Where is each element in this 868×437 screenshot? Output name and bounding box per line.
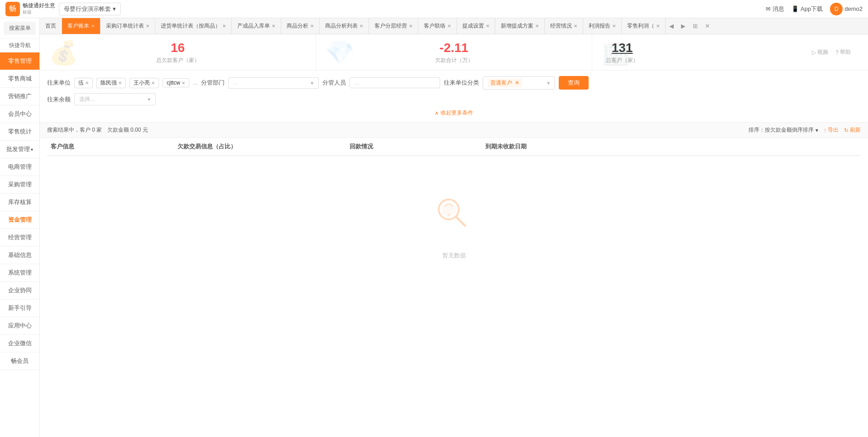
sidebar-item-enterprise[interactable]: 企业协同	[0, 282, 39, 299]
tab-close-goods-analysis-list[interactable]: ✕	[360, 24, 363, 28]
sidebar-item-new-guide[interactable]: 新手引导	[0, 299, 39, 317]
sidebar-item-wecom[interactable]: 企业微信	[0, 335, 39, 352]
tab-close-new-promotion-plan[interactable]: ✕	[535, 24, 539, 28]
table-header-overdue-info: 欠款交易信息（占比）	[174, 142, 346, 151]
sidebar-item-marketing[interactable]: 营销推广	[0, 88, 39, 105]
tab-ops-situation[interactable]: 经营情况 ✕	[545, 18, 583, 34]
tab-goods-analysis[interactable]: 商品分析 ✕	[281, 18, 320, 34]
query-btn[interactable]: 查询	[559, 76, 589, 90]
chevron-icon: ▾	[31, 147, 33, 152]
unit-class-clear[interactable]: ✕	[515, 80, 519, 86]
tab-goods-analysis-list[interactable]: 商品分析列表 ✕	[320, 18, 369, 34]
sidebar-item-inventory[interactable]: 库存核算	[0, 194, 39, 211]
filter-tag-chen: 陈民强 ✕	[96, 78, 126, 88]
tab-close-product-inbound[interactable]: ✕	[272, 24, 275, 28]
sidebar-item-ecommerce[interactable]: 电商管理	[0, 158, 39, 176]
stat-block-overdue-customers: 💰 16 总欠款客户（家）	[40, 34, 316, 70]
tab-expand-btn[interactable]: ⊞	[689, 18, 701, 34]
overdue-customers-label: 总欠款客户（家）	[156, 57, 200, 64]
sidebar-item-app-center[interactable]: 应用中心	[0, 317, 39, 335]
sort-select[interactable]: 排序：按欠款金额倒序排序 ▾	[748, 126, 818, 134]
tab-profit-report[interactable]: 利润报告 ✕	[583, 18, 622, 34]
tab-close-customer-segment[interactable]: ✕	[409, 24, 412, 28]
tab-close-customer-book[interactable]: ✕	[91, 24, 95, 28]
sidebar-item-retail-mall[interactable]: 零售商城	[0, 70, 39, 88]
tab-purchase-order-stats[interactable]: 采购订单统计表 ✕	[101, 18, 155, 34]
filter-tag-wu-close[interactable]: ✕	[85, 81, 89, 86]
filter-tag-wu: 伍 ✕	[74, 78, 93, 88]
empty-state-icon	[432, 192, 477, 246]
tab-home[interactable]: 首页	[40, 18, 62, 34]
sidebar-item-ops-mgmt[interactable]: 经营管理	[0, 229, 39, 247]
tab-retail-profit[interactable]: 零售利润（ ✕	[622, 18, 666, 34]
help-icon: ?	[835, 49, 839, 56]
tab-close-all-btn[interactable]: ✕	[701, 18, 714, 34]
message-btn[interactable]: ✉ 消息	[766, 5, 784, 13]
top-bar-right: ✉ 消息 📱 App下载 D demo2	[766, 3, 863, 15]
table-header: 客户信息 欠款交易信息（占比） 回款情况 到期未收款日期	[47, 138, 861, 156]
dept-filter-label: 分管部门	[201, 79, 225, 87]
sidebar-item-vip-member[interactable]: 畅会员	[0, 352, 39, 370]
export-btn[interactable]: ↑ 导出	[824, 126, 839, 134]
app-download-btn[interactable]: 📱 App下载	[791, 5, 823, 13]
tab-inbound-stats[interactable]: 进货单统计表（按商品） ✕	[155, 18, 232, 34]
stat-icon-3: 🏢	[601, 38, 631, 66]
sidebar-item-system-mgmt[interactable]: 系统管理	[0, 264, 39, 282]
tab-customer-book[interactable]: 客户账本 ✕	[62, 18, 101, 34]
sidebar-item-member-center[interactable]: 会员中心	[0, 105, 39, 123]
stat-content-1: 16 总欠款客户（家）	[156, 40, 200, 64]
filter-tag-wang: 王小亮 ✕	[129, 78, 159, 88]
person-select[interactable]: ...	[350, 77, 440, 88]
stats-banner: 💰 16 总欠款客户（家） 💎 -2.11 欠款合计（万） 🏢	[40, 34, 868, 71]
tab-close-retail-profit[interactable]: ✕	[656, 24, 660, 28]
tab-close-ops-situation[interactable]: ✕	[574, 24, 577, 28]
tab-prev-btn[interactable]: ◀	[666, 18, 677, 34]
org-selector[interactable]: 母婴行业演示帐套 ▾	[59, 3, 121, 15]
tab-customer-segment[interactable]: 客户分层经营 ✕	[369, 18, 418, 34]
filter-tag-wang-close[interactable]: ✕	[151, 81, 155, 86]
sidebar-item-batch-mgmt[interactable]: 批发管理 ▾	[0, 141, 39, 158]
refresh-btn[interactable]: ↻ 刷新	[844, 126, 861, 134]
stat-block-overdue-amount: 💎 -2.11 欠款合计（万）	[316, 34, 592, 70]
filter-row-2: 往来余额 选择... ▾	[47, 93, 861, 105]
filter-more-units[interactable]: ...	[193, 80, 197, 86]
tab-close-inbound-stats[interactable]: ✕	[222, 24, 226, 28]
video-icon: ▷	[812, 49, 816, 56]
top-bar: 畅 畅捷通好生意 标版 母婴行业演示帐套 ▾ ✉ 消息 📱 App下载 D de…	[0, 0, 868, 18]
tab-next-btn[interactable]: ▶	[677, 18, 689, 34]
tab-new-promotion-plan[interactable]: 新增提成方案 ✕	[495, 18, 545, 34]
message-icon: ✉	[766, 5, 771, 12]
collapse-filter-btn[interactable]: ∧ 收起更多条件	[47, 109, 861, 117]
tab-customer-contact[interactable]: 客户联络 ✕	[418, 18, 457, 34]
tab-close-profit-report[interactable]: ✕	[612, 24, 616, 28]
search-menu-btn[interactable]: 搜索菜单	[4, 22, 36, 35]
dept-select[interactable]: ... ▾	[228, 77, 319, 89]
tab-close-promotion-settings[interactable]: ✕	[486, 24, 489, 28]
tab-promotion-settings[interactable]: 提成设置 ✕	[457, 18, 495, 34]
filter-tag-cjttcw-close[interactable]: ✕	[182, 81, 185, 86]
stat-icon-2: 💎	[325, 38, 355, 66]
tab-close-goods-analysis[interactable]: ✕	[310, 24, 314, 28]
unit-class-selected-tag: 普通客户 ✕	[488, 79, 522, 87]
export-icon: ↑	[824, 127, 826, 133]
tab-product-inbound[interactable]: 产成品入库单 ✕	[232, 18, 281, 34]
sidebar-item-retail-stats[interactable]: 零售统计	[0, 123, 39, 141]
main-area: 首页 客户账本 ✕ 采购订单统计表 ✕ 进货单统计表（按商品） ✕ 产成品入库单…	[40, 18, 868, 437]
filter-tag-chen-close[interactable]: ✕	[118, 81, 122, 86]
unit-class-select[interactable]: 普通客户 ✕ ▾	[483, 76, 555, 90]
video-link[interactable]: ▷ 视频	[812, 48, 828, 56]
sidebar-item-basic-info[interactable]: 基础信息	[0, 247, 39, 264]
user-profile[interactable]: D demo2	[830, 3, 863, 15]
page-content: 💰 16 总欠款客户（家） 💎 -2.11 欠款合计（万） 🏢	[40, 34, 868, 437]
sidebar-item-retail-mgmt[interactable]: 零售管理	[0, 52, 39, 70]
balance-select[interactable]: 选择... ▾	[74, 93, 156, 105]
filter-area: 往来单位 伍 ✕ 陈民强 ✕ 王小亮 ✕ cjttcw	[40, 71, 868, 123]
sidebar-item-finance[interactable]: 资金管理	[0, 211, 39, 229]
help-link[interactable]: ? 帮助	[835, 48, 851, 56]
tab-close-customer-contact[interactable]: ✕	[447, 24, 451, 28]
filter-row-1: 往来单位 伍 ✕ 陈民强 ✕ 王小亮 ✕ cjttcw	[47, 76, 861, 90]
tab-close-purchase-order-stats[interactable]: ✕	[146, 24, 149, 28]
quick-nav-btn[interactable]: 快捷导航	[0, 39, 39, 52]
logo-icon: 畅	[5, 2, 20, 16]
sidebar-item-purchase-mgmt[interactable]: 采购管理	[0, 176, 39, 194]
